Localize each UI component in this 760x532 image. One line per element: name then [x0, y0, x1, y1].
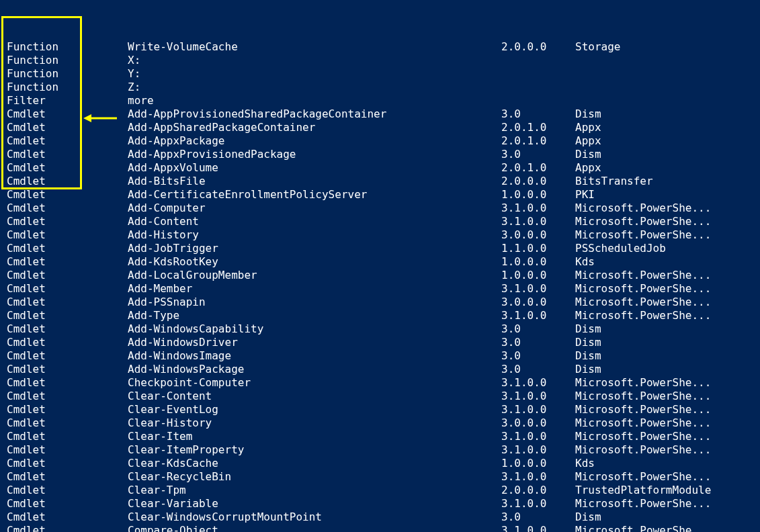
command-name: Add-Content [128, 215, 501, 228]
command-type: Cmdlet [7, 416, 128, 430]
command-version: 2.0.0.0 [501, 40, 575, 54]
output-row: CmdletClear-RecycleBin3.1.0.0Microsoft.P… [7, 470, 760, 484]
command-source: Microsoft.PowerShe... [575, 470, 760, 484]
command-version: 3.1.0.0 [501, 443, 575, 457]
command-version: 3.0 [501, 349, 575, 363]
command-type: Filter [7, 94, 128, 107]
command-type: Function [7, 40, 128, 54]
command-name: more [128, 94, 501, 107]
command-version: 2.0.1.0 [501, 161, 575, 175]
output-row: CmdletAdd-AppProvisionedSharedPackageCon… [7, 107, 760, 121]
command-version: 3.1.0.0 [501, 376, 575, 390]
command-version: 1.0.0.0 [501, 269, 575, 282]
command-name: Clear-WindowsCorruptMountPoint [128, 511, 501, 524]
command-version: 1.1.0.0 [501, 242, 575, 255]
output-row: CmdletAdd-LocalGroupMember1.0.0.0Microso… [7, 269, 760, 282]
command-name: Add-Member [128, 282, 501, 296]
output-row: CmdletAdd-AppxPackage2.0.1.0Appx [7, 134, 760, 148]
output-row: CmdletClear-Item3.1.0.0Microsoft.PowerSh… [7, 430, 760, 443]
command-source: Microsoft.PowerShe... [575, 296, 760, 309]
output-row: CmdletAdd-BitsFile2.0.0.0BitsTransfer [7, 175, 760, 188]
command-type: Cmdlet [7, 188, 128, 202]
command-name: Add-AppxProvisionedPackage [128, 148, 501, 161]
command-version: 3.1.0.0 [501, 470, 575, 484]
command-type: Cmdlet [7, 349, 128, 363]
output-row: CmdletAdd-AppxVolume2.0.1.0Appx [7, 161, 760, 175]
command-source: Storage [575, 40, 760, 54]
command-source: Microsoft.PowerShe... [575, 443, 760, 457]
command-source: Appx [575, 134, 760, 148]
command-name: Add-AppxPackage [128, 134, 501, 148]
command-name: Add-CertificateEnrollmentPolicyServer [128, 188, 501, 202]
command-version: 3.1.0.0 [501, 390, 575, 403]
command-type: Cmdlet [7, 403, 128, 416]
command-type: Cmdlet [7, 363, 128, 376]
command-version: 1.0.0.0 [501, 255, 575, 269]
command-type: Cmdlet [7, 430, 128, 443]
command-type: Cmdlet [7, 161, 128, 175]
output-row: CmdletClear-Variable3.1.0.0Microsoft.Pow… [7, 497, 760, 511]
output-row: FunctionWrite-VolumeCache2.0.0.0Storage [7, 40, 760, 54]
output-row: CmdletCheckpoint-Computer3.1.0.0Microsof… [7, 376, 760, 390]
command-source [575, 67, 760, 81]
output-row: CmdletClear-EventLog3.1.0.0Microsoft.Pow… [7, 403, 760, 416]
output-row: CmdletAdd-AppSharedPackageContainer2.0.1… [7, 121, 760, 134]
powershell-terminal[interactable]: FunctionWrite-VolumeCache2.0.0.0StorageF… [0, 0, 760, 532]
command-source [575, 54, 760, 67]
command-version: 1.0.0.0 [501, 188, 575, 202]
command-source: Microsoft.PowerShe... [575, 202, 760, 215]
command-type: Cmdlet [7, 336, 128, 349]
command-name: Add-Computer [128, 202, 501, 215]
command-version [501, 81, 575, 94]
command-name: Add-WindowsDriver [128, 336, 501, 349]
command-type: Cmdlet [7, 511, 128, 524]
command-name: Clear-Content [128, 390, 501, 403]
command-type: Cmdlet [7, 443, 128, 457]
command-type: Cmdlet [7, 470, 128, 484]
command-name: Clear-EventLog [128, 403, 501, 416]
output-row: CmdletAdd-JobTrigger1.1.0.0PSScheduledJo… [7, 242, 760, 255]
command-source: Microsoft.PowerShe... [575, 497, 760, 511]
output-row: CmdletAdd-History3.0.0.0Microsoft.PowerS… [7, 228, 760, 242]
command-type: Cmdlet [7, 215, 128, 228]
command-source: Kds [575, 255, 760, 269]
command-source: Microsoft.PowerShe... [575, 228, 760, 242]
command-source: Kds [575, 457, 760, 470]
command-type: Cmdlet [7, 202, 128, 215]
output-row: CmdletCompare-Object3.1.0.0Microsoft.Pow… [7, 524, 760, 532]
command-name: Add-History [128, 228, 501, 242]
output-row: CmdletAdd-PSSnapin3.0.0.0Microsoft.Power… [7, 296, 760, 309]
command-version: 3.0 [501, 363, 575, 376]
command-version: 3.0 [501, 107, 575, 121]
command-version: 3.1.0.0 [501, 524, 575, 532]
output-row: CmdletAdd-Member3.1.0.0Microsoft.PowerSh… [7, 282, 760, 296]
command-name: Clear-Tpm [128, 484, 501, 497]
command-output: FunctionWrite-VolumeCache2.0.0.0StorageF… [7, 40, 760, 532]
output-row: CmdletAdd-WindowsPackage3.0Dism [7, 363, 760, 376]
command-name: Add-Type [128, 309, 501, 322]
command-version: 2.0.0.0 [501, 484, 575, 497]
output-row: CmdletAdd-WindowsImage3.0Dism [7, 349, 760, 363]
output-row: CmdletClear-Content3.1.0.0Microsoft.Powe… [7, 390, 760, 403]
command-name: Add-LocalGroupMember [128, 269, 501, 282]
output-row: CmdletClear-History3.0.0.0Microsoft.Powe… [7, 416, 760, 430]
command-source: Dism [575, 322, 760, 336]
command-name: Compare-Object [128, 524, 501, 532]
command-type: Function [7, 67, 128, 81]
command-source: Microsoft.PowerShe... [575, 416, 760, 430]
output-row: CmdletClear-KdsCache1.0.0.0Kds [7, 457, 760, 470]
command-name: Add-WindowsImage [128, 349, 501, 363]
command-version: 2.0.0.0 [501, 175, 575, 188]
command-source: Microsoft.PowerShe... [575, 390, 760, 403]
command-version: 3.1.0.0 [501, 497, 575, 511]
output-row: CmdletAdd-CertificateEnrollmentPolicySer… [7, 188, 760, 202]
command-version: 3.0 [501, 322, 575, 336]
command-version [501, 94, 575, 107]
output-row: CmdletAdd-Type3.1.0.0Microsoft.PowerShe.… [7, 309, 760, 322]
command-type: Cmdlet [7, 242, 128, 255]
command-name: Add-JobTrigger [128, 242, 501, 255]
command-name: Add-WindowsPackage [128, 363, 501, 376]
command-name: Add-AppxVolume [128, 161, 501, 175]
output-row: CmdletAdd-WindowsDriver3.0Dism [7, 336, 760, 349]
command-name: Clear-Variable [128, 497, 501, 511]
